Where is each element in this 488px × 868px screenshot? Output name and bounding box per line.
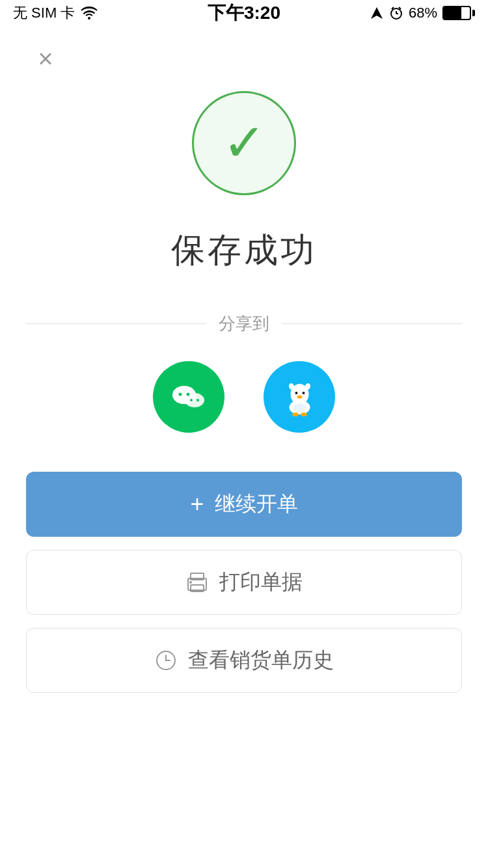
wifi-icon: [80, 7, 98, 20]
history-icon: [154, 649, 178, 672]
status-time: 下午3:20: [208, 1, 280, 25]
svg-point-26: [189, 581, 192, 584]
qq-icon: [278, 376, 321, 418]
divider-row: 分享到: [26, 312, 462, 335]
wechat-share-button[interactable]: [153, 361, 224, 433]
share-label: 分享到: [206, 312, 282, 335]
svg-point-22: [301, 413, 307, 416]
battery-percent: 68%: [409, 5, 437, 21]
continue-plus-icon: +: [190, 491, 204, 518]
continue-label: 继续开单: [215, 490, 298, 519]
status-bar: 无 SIM 卡 下午3:20 68%: [0, 0, 488, 26]
checkmark-icon: ✓: [223, 117, 266, 169]
divider-right: [282, 323, 462, 324]
success-title: 保存成功: [171, 228, 317, 273]
actions-section: + 继续开单 打印单据 查看销货单历史: [26, 472, 462, 693]
status-left: 无 SIM 卡: [13, 3, 98, 23]
divider-left: [26, 323, 206, 324]
status-right: 68%: [370, 5, 475, 21]
share-section: 分享到: [26, 312, 462, 433]
print-button[interactable]: 打印单据: [26, 550, 462, 615]
svg-point-16: [297, 395, 302, 398]
svg-point-7: [179, 393, 182, 396]
sim-status: 无 SIM 卡: [13, 3, 75, 23]
svg-point-14: [295, 392, 297, 394]
wechat-icon: [166, 374, 211, 420]
battery-icon: [442, 6, 475, 20]
svg-point-9: [190, 399, 193, 401]
print-icon: [185, 571, 209, 594]
page-content: × ✓ 保存成功 分享到: [0, 26, 488, 719]
history-label: 查看销货单历史: [188, 646, 334, 675]
svg-point-15: [302, 392, 305, 394]
share-icons: [153, 361, 335, 433]
continue-button[interactable]: + 继续开单: [26, 472, 462, 537]
print-label: 打印单据: [219, 568, 303, 597]
svg-point-18: [293, 403, 306, 413]
history-button[interactable]: 查看销货单历史: [26, 628, 462, 693]
svg-point-21: [292, 413, 299, 416]
svg-point-8: [187, 393, 190, 396]
close-icon: ×: [38, 46, 53, 72]
success-circle: ✓: [192, 91, 296, 195]
location-icon: [370, 6, 384, 20]
qq-share-button[interactable]: [264, 361, 335, 433]
close-button[interactable]: ×: [26, 39, 65, 78]
alarm-icon: [389, 6, 403, 20]
svg-point-10: [197, 399, 199, 401]
